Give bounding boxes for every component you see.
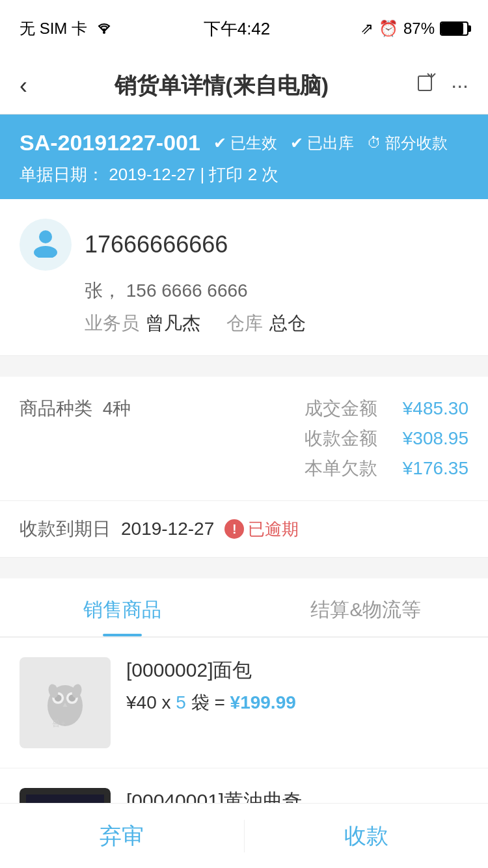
product-total-1: ¥199.99 xyxy=(230,692,296,712)
battery-icon xyxy=(440,21,468,36)
section-gap-1 xyxy=(0,356,488,366)
status-right: ⇗ ⏰ 87% xyxy=(360,20,468,38)
svg-point-4 xyxy=(34,246,57,258)
warehouse-info: 仓库 总仓 xyxy=(226,311,306,336)
nav-bar: ‹ 销货单详情(来自电脑) ··· xyxy=(0,57,488,115)
status-badge-partial: ⏱ 部分收款 xyxy=(367,133,448,154)
carrier-text: 无 SIM 卡 xyxy=(20,18,87,39)
customer-info-row: 业务员 曾凡杰 仓库 总仓 xyxy=(85,311,468,336)
sales-label: 业务员 xyxy=(85,311,139,336)
location-icon: ⇗ xyxy=(360,20,373,38)
section-gap-2 xyxy=(0,558,488,568)
warehouse-value: 总仓 xyxy=(269,311,306,336)
tab-products-label: 销售商品 xyxy=(83,599,161,620)
received-value: ¥308.95 xyxy=(390,428,468,449)
product-qty-1: 5 xyxy=(176,692,186,712)
nav-actions: ··· xyxy=(416,72,468,100)
back-button[interactable]: ‹ xyxy=(20,72,27,100)
order-id: SA-20191227-001 xyxy=(20,130,200,156)
avatar xyxy=(20,219,72,271)
status-active-label: 已生效 xyxy=(230,133,277,154)
tab-settlement[interactable]: 结算&物流等 xyxy=(244,578,488,636)
sales-info: 业务员 曾凡杰 xyxy=(85,311,200,336)
financial-stats: 成交金额 ¥485.30 收款金额 ¥308.95 本单欠款 ¥176.35 xyxy=(305,396,468,481)
print-suffix: 次 xyxy=(262,165,278,184)
amount-label: 成交金额 xyxy=(305,396,377,421)
product-item: 兽+ [0000002]面包 ¥40 x 5 袋 = ¥199.99 xyxy=(0,638,488,768)
svg-rect-1 xyxy=(418,76,431,90)
print-count: 2 xyxy=(248,165,257,184)
product-unit-1: 袋 xyxy=(191,692,210,712)
overdue-badge: ! 已逾期 xyxy=(224,518,299,541)
overdue-text: 已逾期 xyxy=(248,518,299,541)
product-name-1: [0000002]面包 xyxy=(126,657,468,684)
status-shipped-label: 已出库 xyxy=(307,133,354,154)
tab-products[interactable]: 销售商品 xyxy=(0,578,244,636)
owed-label: 本单欠款 xyxy=(305,456,377,481)
clock-icon: ⏱ xyxy=(367,135,381,152)
svg-text:兽+: 兽+ xyxy=(52,719,65,728)
product-thumb-1: 兽+ xyxy=(20,657,111,748)
status-partial-label: 部分收款 xyxy=(385,133,448,154)
print-label: | 打印 xyxy=(200,165,243,184)
product-info-1: [0000002]面包 ¥40 x 5 袋 = ¥199.99 xyxy=(126,657,468,715)
amount-value: ¥485.30 xyxy=(390,398,468,419)
page-title: 销货单详情(来自电脑) xyxy=(115,71,329,101)
alarm-icon: ⏰ xyxy=(379,20,398,38)
due-section: 收款到期日 2019-12-27 ! 已逾期 xyxy=(0,501,488,558)
customer-row: 17666666666 xyxy=(20,219,468,271)
status-badge-shipped: ✔ 已出库 xyxy=(290,133,354,154)
confirm-button[interactable]: 收款 xyxy=(245,808,489,864)
due-date-value: 2019-12-27 xyxy=(121,519,214,539)
more-icon[interactable]: ··· xyxy=(451,74,468,98)
type-count: 4种 xyxy=(103,398,131,418)
customer-section: 17666666666 张， 156 6666 6666 业务员 曾凡杰 仓库 … xyxy=(0,199,488,356)
check-icon-1: ✔ xyxy=(213,134,226,152)
warehouse-label: 仓库 xyxy=(226,311,263,336)
customer-account-id: 17666666666 xyxy=(85,231,228,258)
product-image-placeholder-1: 兽+ xyxy=(20,657,111,748)
bottom-bar: 弃审 收款 xyxy=(0,803,488,868)
status-left: 无 SIM 卡 xyxy=(20,18,113,39)
owed-row: 本单欠款 ¥176.35 xyxy=(305,456,468,481)
order-date-row: 单据日期： 2019-12-27 | 打印 2 次 xyxy=(20,163,468,186)
sales-value: 曾凡杰 xyxy=(146,311,200,336)
date-value: 2019-12-27 xyxy=(109,165,195,184)
svg-point-0 xyxy=(103,31,105,34)
product-multiply-1: x xyxy=(162,692,176,712)
wifi-icon xyxy=(95,20,113,38)
received-row: 收款金额 ¥308.95 xyxy=(305,426,468,451)
user-icon xyxy=(29,225,62,264)
tabs-section: 销售商品 结算&物流等 xyxy=(0,578,488,638)
status-bar: 无 SIM 卡 下午4:42 ⇗ ⏰ 87% xyxy=(0,0,488,57)
status-badge-active: ✔ 已生效 xyxy=(213,133,277,154)
due-label: 收款到期日 xyxy=(20,517,111,541)
share-icon[interactable] xyxy=(416,72,438,100)
type-label: 商品种类 xyxy=(20,398,92,418)
status-time: 下午4:42 xyxy=(204,18,271,40)
svg-point-3 xyxy=(39,230,52,243)
check-icon-2: ✔ xyxy=(290,134,303,152)
product-price-row-1: ¥40 x 5 袋 = ¥199.99 xyxy=(126,690,468,715)
date-label: 单据日期： xyxy=(20,165,104,184)
product-price-1: ¥40 xyxy=(126,692,157,712)
product-type-info: 商品种类 4种 xyxy=(20,396,131,421)
customer-phone: 张， 156 6666 6666 xyxy=(85,278,468,303)
battery-percent: 87% xyxy=(403,20,435,38)
stats-section: 商品种类 4种 成交金额 ¥485.30 收款金额 ¥308.95 本单欠款 ¥… xyxy=(0,377,488,501)
overdue-dot-icon: ! xyxy=(224,519,244,539)
order-id-row: SA-20191227-001 ✔ 已生效 ✔ 已出库 ⏱ 部分收款 xyxy=(20,130,468,156)
received-label: 收款金额 xyxy=(305,426,377,451)
product-equals-1: = xyxy=(214,692,230,712)
owed-value: ¥176.35 xyxy=(390,458,468,479)
tab-settlement-label: 结算&物流等 xyxy=(310,599,421,620)
order-header: SA-20191227-001 ✔ 已生效 ✔ 已出库 ⏱ 部分收款 单据日期：… xyxy=(0,115,488,199)
amount-row: 成交金额 ¥485.30 xyxy=(305,396,468,421)
cancel-button[interactable]: 弃审 xyxy=(0,808,244,864)
